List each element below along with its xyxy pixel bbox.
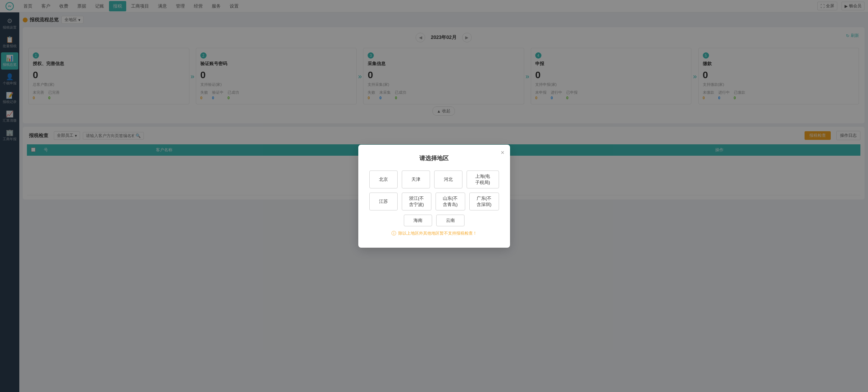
dialog-close-button[interactable]: × <box>501 149 505 156</box>
region-btn-guangdong[interactable]: 广东(不含深圳) <box>469 193 499 210</box>
region-btn-shandong[interactable]: 山东(不含青岛) <box>436 193 465 210</box>
notice-text: 除以上地区外其他地区暂不支持报税检查！ <box>398 230 477 236</box>
region-btn-zhejiang[interactable]: 浙江(不含宁波) <box>402 193 431 210</box>
region-btn-shanghai[interactable]: 上海(电子税局) <box>467 171 499 188</box>
region-notice: ⓘ 除以上地区外其他地区暂不支持报税检查！ <box>369 230 499 237</box>
region-btn-hebei[interactable]: 河北 <box>434 171 462 188</box>
region-btn-jiangsu[interactable]: 江苏 <box>369 193 398 210</box>
region-row-0: 北京 天津 河北 上海(电子税局) <box>369 171 499 188</box>
modal-overlay[interactable]: × 请选择地区 北京 天津 河北 上海(电子税局) 江苏 浙江(不含宁波) 山东… <box>0 0 868 392</box>
region-btn-hainan[interactable]: 海南 <box>404 215 432 226</box>
region-btn-yunnan[interactable]: 云南 <box>436 215 465 226</box>
region-btn-tianjin[interactable]: 天津 <box>402 171 430 188</box>
region-btn-beijing[interactable]: 北京 <box>369 171 398 188</box>
region-row-2: 海南 云南 <box>369 215 499 226</box>
region-select-dialog: × 请选择地区 北京 天津 河北 上海(电子税局) 江苏 浙江(不含宁波) 山东… <box>358 145 510 248</box>
notice-icon: ⓘ <box>391 230 396 237</box>
region-row-1: 江苏 浙江(不含宁波) 山东(不含青岛) 广东(不含深圳) <box>369 193 499 210</box>
dialog-title: 请选择地区 <box>369 154 499 162</box>
